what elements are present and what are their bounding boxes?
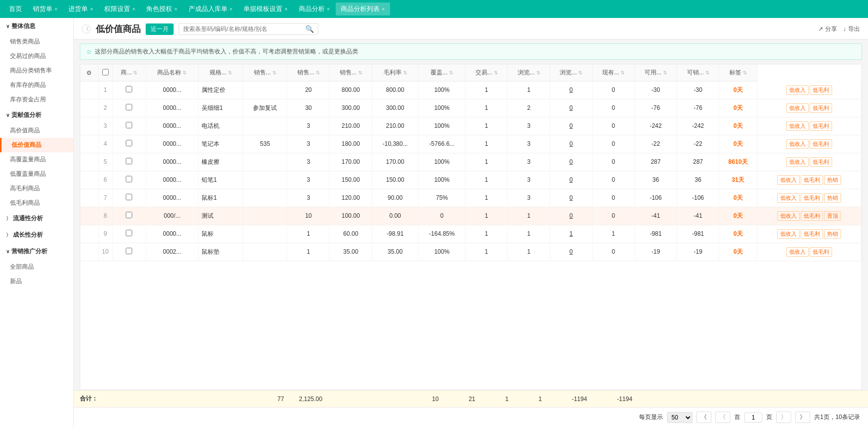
sidebar-item-category-rate[interactable]: 商品分类销售率 <box>0 63 73 78</box>
row-name[interactable]: 鼠标 <box>199 225 243 243</box>
row-checkbox-cell[interactable] <box>112 207 146 225</box>
row-browse1[interactable]: 0 <box>550 153 592 171</box>
sidebar-item-low-margin[interactable]: 低毛利商品 <box>0 196 73 210</box>
col-browse2-header[interactable]: 浏览...⇅ <box>550 64 592 81</box>
row-checkbox[interactable] <box>126 86 132 92</box>
nav-product-analysis[interactable]: 商品分析 × <box>294 2 335 15</box>
col-spec-header[interactable]: 规格...⇅ <box>199 64 243 81</box>
nav-sales-order[interactable]: 销货单 × <box>28 2 62 15</box>
row-checkbox[interactable] <box>126 158 132 164</box>
row-name[interactable]: 属性定价 <box>199 81 243 99</box>
nav-close-product-analysis[interactable]: × <box>327 6 330 12</box>
search-input[interactable] <box>183 25 303 32</box>
nav-close-product-stock[interactable]: × <box>229 6 232 12</box>
next-page-btn[interactable]: 〉 <box>776 412 791 423</box>
sidebar-item-traded-goods[interactable]: 交易过的商品 <box>0 49 73 63</box>
col-name-header[interactable]: 商品名称⇅ <box>146 64 198 81</box>
share-btn[interactable]: ↗ 分享 <box>818 25 837 33</box>
col-code-header[interactable]: 商...⇅ <box>112 64 146 81</box>
col-sales2-header[interactable]: 销售...⇅ <box>287 64 330 81</box>
row-browse1[interactable]: 0 <box>550 243 592 261</box>
sidebar-item-sales-goods[interactable]: 销售类商品 <box>0 34 73 49</box>
row-name[interactable]: 铅笔1 <box>199 171 243 189</box>
row-checkbox[interactable] <box>126 140 132 146</box>
row-name[interactable]: 吴细细1 <box>199 99 243 117</box>
per-page-select[interactable]: 50 100 200 <box>667 412 692 423</box>
col-select-all[interactable] <box>98 64 112 81</box>
col-margin-header[interactable]: 毛利率⇅ <box>372 64 419 81</box>
sidebar-item-stock-capital[interactable]: 库存资金占用 <box>0 92 73 107</box>
row-checkbox[interactable] <box>126 176 132 182</box>
nav-close-sales-order[interactable]: × <box>54 6 57 12</box>
row-browse1[interactable]: 0 <box>550 99 592 117</box>
page-number-input[interactable] <box>744 413 762 423</box>
sidebar-group-overall[interactable]: ∨ 整体信息 <box>0 18 73 34</box>
nav-close-template[interactable]: × <box>284 6 287 12</box>
row-checkbox-cell[interactable] <box>112 171 146 189</box>
row-checkbox[interactable] <box>126 104 132 110</box>
row-checkbox[interactable] <box>126 194 132 200</box>
row-checkbox[interactable] <box>126 122 132 128</box>
row-name[interactable]: 鼠标垫 <box>199 243 243 261</box>
col-sales1-header[interactable]: 销售...⇅ <box>243 64 287 81</box>
nav-permission[interactable]: 权限设置 × <box>99 2 140 15</box>
col-gear[interactable]: ⚙ <box>80 64 98 81</box>
row-name[interactable]: 测试 <box>199 207 243 225</box>
row-checkbox-cell[interactable] <box>112 153 146 171</box>
sidebar-group-growth[interactable]: 〉 成长性分析 <box>0 227 73 243</box>
row-name[interactable]: 鼠标1 <box>199 189 243 207</box>
export-btn[interactable]: ↓ 导出 <box>843 25 860 33</box>
row-checkbox-cell[interactable] <box>112 135 146 153</box>
nav-close-permission[interactable]: × <box>132 6 135 12</box>
row-browse1[interactable]: 0 <box>550 189 592 207</box>
prev-page-btn[interactable]: 〈 <box>715 412 730 423</box>
row-checkbox[interactable] <box>126 248 132 254</box>
row-browse1[interactable]: 1 <box>550 225 592 243</box>
first-page-btn[interactable]: 《 <box>696 412 711 423</box>
filter-recent-btn[interactable]: 近一月 <box>146 23 174 35</box>
sidebar-item-all-goods[interactable]: 全部商品 <box>0 260 73 274</box>
col-available-header[interactable]: 可用...⇅ <box>635 64 677 81</box>
sidebar-item-high-coverage[interactable]: 高覆盖量商品 <box>0 152 73 167</box>
sidebar-item-high-margin[interactable]: 高毛利商品 <box>0 181 73 196</box>
nav-purchase-order[interactable]: 进货单 × <box>63 2 98 15</box>
nav-home[interactable]: 首页 <box>4 2 27 15</box>
row-checkbox-cell[interactable] <box>112 81 146 99</box>
col-trade-header[interactable]: 交易...⇅ <box>465 64 508 81</box>
row-checkbox[interactable] <box>126 230 132 236</box>
nav-template-settings[interactable]: 单据模板设置 × <box>238 2 292 15</box>
row-checkbox-cell[interactable] <box>112 99 146 117</box>
row-browse1[interactable]: 0 <box>550 171 592 189</box>
last-page-btn[interactable]: 》 <box>795 412 810 423</box>
col-current-header[interactable]: 现有...⇅ <box>592 64 635 81</box>
row-name[interactable]: 橡皮擦 <box>199 153 243 171</box>
row-checkbox-cell[interactable] <box>112 189 146 207</box>
col-sales3-header[interactable]: 销售...⇅ <box>330 64 372 81</box>
col-browse1-header[interactable]: 浏览...⇅ <box>508 64 550 81</box>
select-all-checkbox[interactable] <box>102 69 109 75</box>
search-icon[interactable]: 🔍 <box>305 25 314 33</box>
row-browse1[interactable]: 0 <box>550 117 592 135</box>
nav-product-stock[interactable]: 产成品入库单 × <box>184 2 237 15</box>
nav-role-auth[interactable]: 角色授权 × <box>141 2 182 15</box>
row-browse1[interactable]: 0 <box>550 81 592 99</box>
row-name[interactable]: 电话机 <box>199 117 243 135</box>
col-cover-header[interactable]: 覆盖...⇅ <box>419 64 465 81</box>
sidebar-item-new-goods[interactable]: 新品 <box>0 274 73 289</box>
table-container[interactable]: ⚙ 商...⇅ 商品名称⇅ 规格...⇅ <box>80 64 862 390</box>
col-tags-header[interactable]: 标签⇅ <box>719 64 757 81</box>
sidebar-group-contribution[interactable]: ∨ 贡献值分析 <box>0 107 73 123</box>
sidebar-item-high-value[interactable]: 高价值商品 <box>0 123 73 138</box>
sidebar-collapse-btn[interactable]: 《 <box>82 24 91 33</box>
row-checkbox-cell[interactable] <box>112 117 146 135</box>
sidebar-group-liquidity[interactable]: 〉 流通性分析 <box>0 210 73 227</box>
sidebar-item-low-value[interactable]: 低价值商品 <box>0 138 73 152</box>
row-name[interactable]: 笔记本 <box>199 135 243 153</box>
nav-product-analysis-list[interactable]: 商品分析列表 × <box>336 2 390 15</box>
row-browse1[interactable]: 0 <box>550 207 592 225</box>
nav-close-product-analysis-list[interactable]: × <box>382 6 385 12</box>
row-checkbox[interactable] <box>126 212 132 218</box>
sidebar-group-marketing[interactable]: ∨ 营销推广分析 <box>0 243 73 260</box>
sidebar-item-low-coverage[interactable]: 低覆盖量商品 <box>0 167 73 181</box>
nav-close-role-auth[interactable]: × <box>174 6 177 12</box>
